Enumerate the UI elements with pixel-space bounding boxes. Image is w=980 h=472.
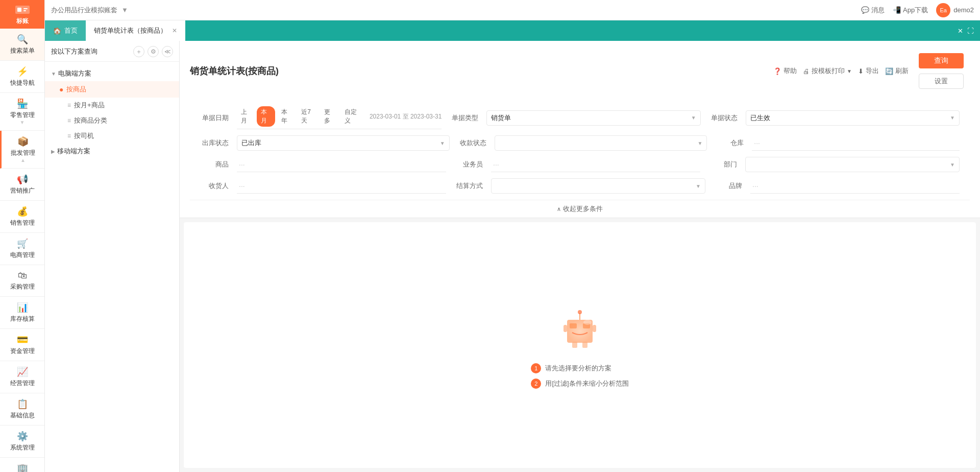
tab-report[interactable]: 销货单统计表（按商品） ✕ [86,20,185,41]
date-tab-this-year[interactable]: 本年 [277,106,295,127]
subitem-icon-2: ≡ [67,117,71,124]
collect-status-select[interactable]: ▼ [495,135,707,151]
topbar-dropdown-icon[interactable]: ▼ [121,6,128,14]
filter-area: 单据日期 上月 本月 本年 近7天 更多 自定义 2023-03-01 至 20… [190,100,970,200]
department-label: 部门 [708,160,737,169]
product-input[interactable]: ··· [237,157,446,172]
sidebar-item-quick-nav[interactable]: ⚡ 快捷导航 [0,61,45,93]
warehouse-more-icon[interactable]: ··· [754,139,760,147]
brand-more-icon[interactable]: ··· [752,182,758,190]
collapse-more-button[interactable]: ∧ 收起更多条件 [190,200,970,218]
empty-step-2: 2 用[过滤]条件来缩小分析范围 [531,379,628,389]
date-tab-more[interactable]: 更多 [320,106,338,127]
salesperson-more-icon[interactable]: ··· [493,160,499,169]
left-panel-title: 按以下方案查询 [51,47,97,56]
date-tab-last-month[interactable]: 上月 [237,106,255,127]
operation-icon: 📈 [17,366,28,377]
date-tab-last-7-days[interactable]: 近7天 [297,106,318,127]
message-icon: 💬 [861,6,869,14]
print-dropdown-icon: ▼ [847,68,852,74]
sidebar-item-inventory[interactable]: 📊 库存核算 [0,297,45,329]
department-select[interactable]: ▼ [745,157,960,172]
page-header: 销货单统计表(按商品) ❓ 帮助 🖨 按模板打印 ▼ ⬇ [180,41,980,218]
sidebar-item-basic[interactable]: 📋 基础信息 [0,393,45,426]
receiver-more-icon[interactable]: ··· [239,182,245,190]
dropdown-icon-3: ▼ [440,140,445,146]
sidebar-item-operation[interactable]: 📈 经营管理 [0,361,45,393]
left-panel: 按以下方案查询 ＋ ⚙ ≪ ▼ [45,41,180,472]
payment-select[interactable]: ▼ [491,178,705,194]
sales-icon: 💰 [17,206,28,217]
step-2-number: 2 [531,379,541,389]
page-title-row: 销货单统计表(按商品) ❓ 帮助 🖨 按模板打印 ▼ ⬇ [190,47,970,95]
tree-subitem-by-month-product[interactable]: ≡ 按月+商品 [45,98,179,113]
finance-icon: 💳 [17,334,28,345]
collapse-up-icon: ∧ [557,206,561,213]
scheme-tree: ▼ 电脑端方案 ● 按商品 ≡ 按月+商品 ≡ 按商品分类 [45,62,179,163]
svg-rect-2 [23,8,28,9]
refresh-button[interactable]: 🔄 刷新 [885,66,909,76]
sidebar-item-wholesale[interactable]: 📦 批发管理 ▲ [0,131,45,169]
query-button[interactable]: 查询 [919,53,964,68]
left-panel-actions: ＋ ⚙ ≪ [133,46,173,57]
svg-point-13 [583,320,592,325]
app-download-button[interactable]: 📲 App下载 [893,6,928,15]
topbar-right: 💬 消息 📲 App下载 Ea demo2 [861,3,974,17]
tree-group-pc-header[interactable]: ▼ 电脑端方案 [45,66,179,81]
add-scheme-button[interactable]: ＋ [133,46,144,57]
print-icon: 🖨 [803,67,810,75]
sidebar-item-search-menu[interactable]: 🔍 搜索菜单 [0,29,45,61]
brand-label: 品牌 [714,181,742,191]
warehouse-input[interactable]: ··· [752,135,960,151]
avatar: Ea [936,3,950,17]
product-more-icon[interactable]: ··· [239,160,245,169]
user-profile-button[interactable]: Ea demo2 [936,3,974,17]
collect-status-label: 收款状态 [458,138,486,148]
doc-type-select[interactable]: 销货单 ▼ [486,110,700,126]
doc-type-label: 单据类型 [450,113,478,123]
salesperson-input[interactable]: ··· [491,157,700,172]
filter-row-3: 商品 ··· 业务员 ··· 部门 ▼ [200,157,960,172]
tree-item-by-product[interactable]: ● 按商品 [45,81,179,98]
tab-home[interactable]: 🏠 首页 [45,20,86,41]
ecommerce-icon: 🛒 [17,238,28,249]
export-button[interactable]: ⬇ 导出 [858,66,879,76]
doc-status-select[interactable]: 已生效 ▼ [746,110,960,126]
subitem-icon-3: ≡ [67,132,71,139]
settings-scheme-button[interactable]: ⚙ [148,46,159,57]
collapse-panel-button[interactable]: ≪ [162,46,173,57]
sidebar-item-system[interactable]: ⚙️ 系统管理 [0,426,45,458]
retail-icon: 🏪 [17,98,28,109]
settings-button[interactable]: 设置 [919,74,964,89]
app-download-icon: 📲 [893,6,901,14]
sidebar-item-sales[interactable]: 💰 销售管理 [0,201,45,233]
date-tab-this-month[interactable]: 本月 [257,106,275,127]
sidebar-item-enterprise[interactable]: 🏢 企业协同 [0,458,45,472]
sidebar-item-finance[interactable]: 💳 资金管理 [0,329,45,361]
sidebar-item-purchase[interactable]: 🛍 采购管理 [0,265,45,297]
active-scheme-icon: ● [59,85,63,93]
receiver-input[interactable]: ··· [237,178,446,194]
tab-close-window-icon[interactable]: ✕ [958,27,963,35]
print-button[interactable]: 🖨 按模板打印 ▼ [803,66,852,76]
tree-group-mobile-header[interactable]: ▶ 移动端方案 [45,144,179,159]
system-icon: ⚙️ [17,431,28,442]
filter-row-1: 单据日期 上月 本月 本年 近7天 更多 自定义 2023-03-01 至 20… [200,106,960,129]
tree-subitem-by-category[interactable]: ≡ 按商品分类 [45,113,179,128]
help-button[interactable]: ❓ 帮助 [773,66,797,76]
sidebar-item-retail[interactable]: 🏪 零售管理 ▼ [0,93,45,131]
sidebar-item-ecommerce[interactable]: 🛒 电商管理 [0,233,45,265]
out-status-label: 出库状态 [200,138,229,148]
tree-subitem-by-register[interactable]: ≡ 按司机 [45,128,179,144]
quick-nav-icon: ⚡ [17,66,28,77]
right-panel: 销货单统计表(按商品) ❓ 帮助 🖨 按模板打印 ▼ ⬇ [180,41,980,472]
date-tab-custom[interactable]: 自定义 [340,106,363,127]
date-range-display: 2023-03-01 至 2023-03-31 [370,112,442,121]
brand-input[interactable]: ··· [750,178,960,194]
message-button[interactable]: 💬 消息 [861,6,885,15]
sidebar-item-marketing[interactable]: 📢 营销推广 [0,169,45,201]
tab-maximize-icon[interactable]: ⛶ [967,27,974,35]
tab-close-button[interactable]: ✕ [172,27,177,34]
out-status-select[interactable]: 已出库 ▼ [237,135,450,151]
refresh-icon: 🔄 [885,67,893,75]
